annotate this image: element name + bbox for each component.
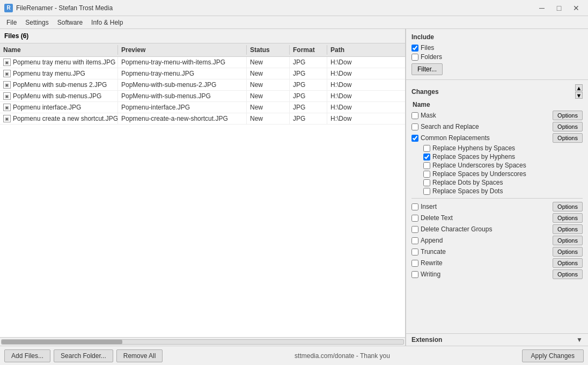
append-options-button[interactable]: Options bbox=[553, 236, 583, 245]
file-name-cell: ▣ Popmenu interface.JPG bbox=[0, 102, 118, 113]
file-path-cell: H:\Dow bbox=[327, 113, 405, 124]
replace-underscores-spaces-label: Replace Underscores by Spaces bbox=[432, 162, 526, 169]
table-row[interactable]: ▣ Popmenu interface.JPG Popmenu-interfac… bbox=[0, 102, 405, 113]
files-checkbox[interactable] bbox=[411, 45, 418, 52]
file-status-cell: New bbox=[247, 102, 290, 113]
common-replace-row: Common Replacements Options bbox=[411, 133, 583, 143]
file-format-cell: JPG bbox=[290, 79, 327, 90]
file-name-cell: ▣ PopMenu with sub-menus 2.JPG bbox=[0, 79, 118, 90]
table-header: Name Preview Status Format Path bbox=[0, 43, 405, 57]
file-name-cell: ▣ Popmenu tray menu with items.JPG bbox=[0, 57, 118, 68]
horizontal-scrollbar[interactable] bbox=[0, 337, 405, 346]
replace-spaces-underscores-checkbox[interactable] bbox=[423, 171, 430, 178]
file-name-cell: ▣ Popmenu tray menu.JPG bbox=[0, 68, 118, 79]
changes-section: Changes ▲ ▼ Name Mask Options Search and… bbox=[406, 79, 588, 333]
mask-label: Mask bbox=[421, 112, 550, 119]
file-status-cell: New bbox=[247, 79, 290, 90]
mask-options-button[interactable]: Options bbox=[553, 111, 583, 120]
changes-title: Changes bbox=[411, 88, 575, 96]
insert-checkbox[interactable] bbox=[411, 203, 418, 210]
rewrite-row: Rewrite Options bbox=[411, 258, 583, 268]
delete-char-groups-label: Delete Character Groups bbox=[421, 225, 550, 233]
search-replace-options-button[interactable]: Options bbox=[553, 122, 583, 132]
rewrite-options-button[interactable]: Options bbox=[553, 258, 583, 268]
mask-checkbox[interactable] bbox=[411, 112, 418, 119]
file-status-cell: New bbox=[247, 57, 290, 68]
file-path-cell: H:\Dow bbox=[327, 68, 405, 79]
col-path: Path bbox=[327, 45, 405, 55]
file-icon: ▣ bbox=[3, 59, 11, 66]
file-status-cell: New bbox=[247, 113, 290, 124]
truncate-checkbox[interactable] bbox=[411, 249, 418, 256]
file-path-cell: H:\Dow bbox=[327, 79, 405, 90]
search-replace-checkbox[interactable] bbox=[411, 123, 418, 130]
sub-options: Replace Hyphens by Spaces Replace Spaces… bbox=[423, 144, 583, 195]
menu-file[interactable]: File bbox=[2, 18, 21, 27]
menu-info-help[interactable]: Info & Help bbox=[87, 18, 127, 27]
files-label: Files bbox=[421, 44, 434, 52]
delete-text-label: Delete Text bbox=[421, 214, 550, 222]
table-row[interactable]: ▣ Popmenu create a new shortcut.JPG Popm… bbox=[0, 113, 405, 125]
delete-char-groups-checkbox[interactable] bbox=[411, 226, 418, 233]
replace-underscores-spaces-checkbox[interactable] bbox=[423, 162, 430, 169]
other-changes: Insert Options Delete Text Options Delet… bbox=[411, 202, 583, 279]
writing-checkbox[interactable] bbox=[411, 271, 418, 278]
scroll-down-arrow[interactable]: ▼ bbox=[575, 92, 583, 99]
remove-all-button[interactable]: Remove All bbox=[116, 349, 163, 362]
insert-options-button[interactable]: Options bbox=[553, 202, 583, 211]
replace-hyphens-spaces-checkbox[interactable] bbox=[423, 145, 430, 152]
table-row[interactable]: ▣ Popmenu tray menu with items.JPG Popme… bbox=[0, 57, 405, 68]
file-format-cell: JPG bbox=[290, 68, 327, 79]
file-name-cell: ▣ Popmenu create a new shortcut.JPG bbox=[0, 113, 118, 124]
status-text: sttmedia.com/donate - Thank you bbox=[166, 352, 518, 360]
file-preview-cell: PopMenu-with-sub-menus-2.JPG bbox=[118, 79, 247, 90]
file-preview-cell: Popmenu-tray-menu-with-items.JPG bbox=[118, 57, 247, 68]
file-format-cell: JPG bbox=[290, 102, 327, 113]
file-preview-cell: Popmenu-tray-menu.JPG bbox=[118, 68, 247, 79]
common-replace-checkbox[interactable] bbox=[411, 135, 418, 142]
delete-char-groups-options-button[interactable]: Options bbox=[553, 224, 583, 234]
filter-button[interactable]: Filter... bbox=[411, 63, 443, 75]
delete-text-options-button[interactable]: Options bbox=[553, 213, 583, 223]
replace-spaces-dots-checkbox[interactable] bbox=[423, 188, 430, 195]
table-row[interactable]: ▣ PopMenu with sub-menus.JPG PopMenu-wit… bbox=[0, 91, 405, 102]
extension-section[interactable]: Extension ▼ bbox=[406, 333, 588, 346]
replace-hyphens-spaces-row: Replace Hyphens by Spaces bbox=[423, 144, 583, 152]
extension-dropdown-arrow[interactable]: ▼ bbox=[576, 336, 583, 344]
close-button[interactable]: ✕ bbox=[569, 3, 584, 13]
file-icon: ▣ bbox=[3, 70, 11, 77]
maximize-button[interactable]: □ bbox=[552, 3, 567, 13]
bottom-bar: Add Files... Search Folder... Remove All… bbox=[0, 346, 588, 365]
writing-options-button[interactable]: Options bbox=[553, 269, 583, 279]
append-checkbox[interactable] bbox=[411, 237, 418, 244]
include-section: Include Files Folders Filter... bbox=[406, 29, 588, 79]
replace-spaces-hyphens-row: Replace Spaces by Hyphens bbox=[423, 153, 583, 160]
file-status-cell: New bbox=[247, 68, 290, 79]
replace-spaces-dots-row: Replace Spaces by Dots bbox=[423, 187, 583, 195]
hscroll-thumb[interactable] bbox=[2, 340, 122, 344]
file-preview-cell: Popmenu-create-a-new-shortcut.JPG bbox=[118, 113, 247, 124]
delete-text-checkbox[interactable] bbox=[411, 215, 418, 222]
hscroll-track[interactable] bbox=[1, 339, 404, 345]
truncate-options-button[interactable]: Options bbox=[553, 247, 583, 257]
common-replace-options-button[interactable]: Options bbox=[553, 133, 583, 143]
scroll-up-arrow[interactable]: ▲ bbox=[575, 84, 583, 91]
include-title: Include bbox=[411, 33, 583, 41]
minimize-button[interactable]: ─ bbox=[534, 3, 549, 13]
apply-changes-button[interactable]: Apply Changes bbox=[522, 349, 584, 362]
replace-spaces-underscores-label: Replace Spaces by Underscores bbox=[432, 170, 526, 178]
main-content: Files (6) Name Preview Status Format Pat… bbox=[0, 29, 588, 346]
search-folder-button[interactable]: Search Folder... bbox=[54, 349, 113, 362]
rewrite-checkbox[interactable] bbox=[411, 260, 418, 267]
folders-checkbox[interactable] bbox=[411, 54, 418, 61]
file-preview-cell: PopMenu-with-sub-menus.JPG bbox=[118, 91, 247, 101]
add-files-button[interactable]: Add Files... bbox=[4, 349, 50, 362]
menu-settings[interactable]: Settings bbox=[21, 18, 53, 27]
menu-software[interactable]: Software bbox=[53, 18, 87, 27]
table-row[interactable]: ▣ Popmenu tray menu.JPG Popmenu-tray-men… bbox=[0, 68, 405, 79]
replace-dots-spaces-checkbox[interactable] bbox=[423, 179, 430, 186]
table-row[interactable]: ▣ PopMenu with sub-menus 2.JPG PopMenu-w… bbox=[0, 79, 405, 91]
truncate-label: Truncate bbox=[421, 248, 550, 256]
file-preview-cell: Popmenu-interface.JPG bbox=[118, 102, 247, 113]
replace-spaces-hyphens-checkbox[interactable] bbox=[423, 154, 430, 160]
